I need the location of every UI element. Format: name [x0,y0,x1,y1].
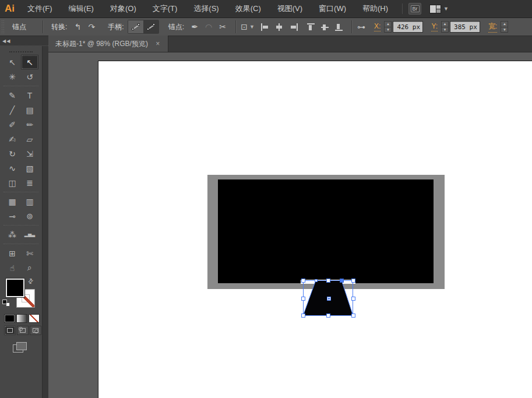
spinner-down-icon[interactable]: ▼ [385,27,391,33]
convert-to-smooth-button[interactable]: ↷ [84,20,98,33]
hide-handles-button[interactable] [143,20,158,33]
column-graph-tool[interactable]: ▂▅▃ [21,227,38,242]
handle-bottom-left[interactable] [301,314,305,318]
document-tab[interactable]: 未标题-1* @ 98% (RGB/预览) × [48,36,168,52]
spinner-down-icon[interactable]: ▼ [501,27,508,33]
anchor-point-unselected[interactable] [315,279,318,282]
color-button[interactable] [4,314,15,323]
x-spinner[interactable]: ▲ ▼ [384,21,392,33]
handle-middle-right[interactable] [351,297,355,301]
menu-item-1[interactable]: 编辑(E) [61,0,102,18]
x-coordinate-label[interactable]: X: [374,22,380,31]
paintbrush-tool[interactable]: ✐ [3,117,21,132]
object-center-point[interactable] [327,297,331,301]
convert-to-corner-button[interactable]: ↰ [71,20,84,33]
cut-path-button[interactable]: ✂ [216,20,230,33]
panel-grip[interactable] [9,48,33,52]
eraser-tool[interactable]: ▱ [21,132,38,146]
blend-tool[interactable]: ⊚ [21,209,38,223]
handle-top-right[interactable] [351,279,355,283]
x-coordinate-input[interactable]: 426 px [393,21,423,33]
hand-tool[interactable]: ☝ [3,260,21,275]
width-label[interactable]: 宽: [488,22,497,33]
spinner-up-icon[interactable]: ▲ [385,22,391,27]
collapse-panel-button[interactable]: ◀◀ [2,38,10,44]
type-tool[interactable]: T [21,88,38,103]
y-coordinate-input[interactable]: 385 px [450,21,480,33]
delete-anchor-button[interactable]: ✒ [188,20,202,33]
gradient-button[interactable] [16,314,27,323]
connect-endpoints-button[interactable]: ◠ [202,20,216,33]
lasso-tool[interactable]: ↺ [21,69,38,84]
none-button[interactable] [29,314,40,323]
workspace-switcher-button[interactable]: ▼ [429,5,449,13]
anchor-display-button[interactable]: ⊶ [354,20,368,33]
bridge-button[interactable]: Br [408,3,421,15]
align-horizontal-right-button[interactable] [286,20,300,33]
monitor-screen-shape[interactable] [218,179,434,283]
y-spinner[interactable]: ▲ ▼ [441,21,449,33]
magic-wand-tool[interactable]: ✳ [3,69,21,84]
menu-item-3[interactable]: 文字(T) [145,0,186,18]
close-icon[interactable]: × [154,40,162,48]
eyedropper-tool[interactable]: ⊸ [3,209,21,223]
default-fill-stroke-icon[interactable] [2,300,10,307]
spinner-up-icon[interactable]: ▲ [442,22,448,27]
menu-item-8[interactable]: 帮助(H) [354,0,396,18]
align-vertical-center-button[interactable] [318,20,332,33]
pen-tool[interactable]: ✎ [3,88,21,103]
handle-bottom-center[interactable] [326,314,330,318]
screen-mode-button[interactable] [13,342,28,354]
shape-builder-tool[interactable]: ◫ [3,175,21,190]
spinner-down-icon[interactable]: ▼ [442,27,448,33]
align-horizontal-left-button[interactable] [258,20,272,33]
y-coordinate-label[interactable]: Y: [431,22,438,31]
show-handles-button[interactable] [128,20,143,33]
monitor-frame-shape[interactable] [207,175,445,289]
shape-builder-tool-icon: ◫ [8,178,16,188]
zoom-tool-icon: ⌕ [27,263,32,273]
handle-top-center[interactable] [326,279,330,283]
menu-item-7[interactable]: 窗口(W) [311,0,354,18]
fill-color-well[interactable] [6,279,24,297]
width-spinner[interactable]: ▲ ▼ [501,21,508,33]
pencil-tool[interactable]: ✏ [21,117,38,132]
canvas-pasteboard[interactable] [48,52,532,398]
free-transform-tool[interactable]: ▧ [21,161,38,175]
symbol-sprayer-tool[interactable]: ⁂ [3,227,21,242]
draw-normal-button[interactable] [4,326,16,335]
rectangle-tool[interactable]: ▤ [21,103,38,117]
slice-tool[interactable]: ✄ [21,246,38,260]
align-horizontal-center-button[interactable] [272,20,286,33]
width-tool[interactable]: ∿ [3,161,21,175]
controlbar-grip[interactable] [1,20,5,34]
spinner-up-icon[interactable]: ▲ [501,22,508,27]
menu-item-0[interactable]: 文件(F) [19,0,61,18]
menu-item-2[interactable]: 对象(O) [102,0,145,18]
menu-item-4[interactable]: 选择(S) [185,0,227,18]
align-to-selection-button[interactable]: ⊡ ▼ [241,20,255,33]
gradient-tool[interactable]: ▥ [21,194,38,209]
scale-tool[interactable]: ⇲ [21,146,38,161]
handle-middle-left[interactable] [301,297,305,301]
blob-brush-tool[interactable]: ✍ [3,132,21,146]
align-vertical-top-button[interactable] [304,20,318,33]
free-transform-tool-icon: ▧ [26,164,33,173]
selection-tool[interactable]: ↖ [3,55,21,69]
line-segment-tool[interactable]: ╱ [3,103,21,117]
perspective-grid-tool[interactable]: ≣ [21,175,38,190]
menu-item-6[interactable]: 视图(V) [269,0,311,18]
zoom-tool[interactable]: ⌕ [21,260,38,275]
rotate-tool[interactable]: ↻ [3,146,21,161]
draw-behind-button[interactable] [17,326,29,335]
mesh-tool[interactable]: ▦ [3,194,21,209]
artboard-tool[interactable]: ⊞ [3,246,21,260]
swap-fill-stroke-icon[interactable]: ⇄ [26,277,36,286]
draw-inside-button[interactable] [30,326,41,335]
align-vertical-bottom-button[interactable] [332,20,346,33]
menu-item-5[interactable]: 效果(C) [227,0,269,18]
direct-selection-tool[interactable]: ↖ [21,55,38,69]
anchor-point-selected[interactable] [340,279,344,283]
handle-top-left[interactable] [301,279,305,283]
handle-bottom-right[interactable] [351,314,355,318]
